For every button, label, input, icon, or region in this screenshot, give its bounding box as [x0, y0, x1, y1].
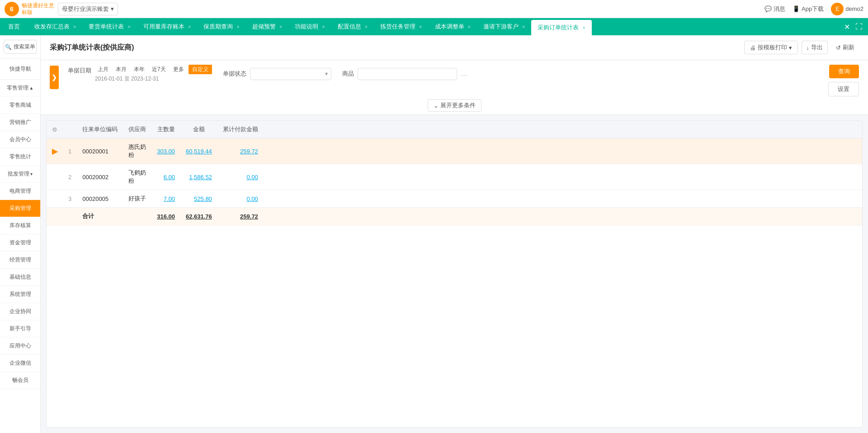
- row-index: 3: [63, 190, 77, 208]
- sidebar-item-system[interactable]: 系统管理: [0, 286, 40, 303]
- row-quantity[interactable]: 6.00: [151, 164, 180, 190]
- close-icon[interactable]: ×: [419, 24, 422, 29]
- printer-icon: 🖨: [750, 44, 756, 51]
- date-range-display: 2016-01-01 至 2023-12-31: [95, 75, 212, 83]
- shortcut-more[interactable]: 更多: [170, 65, 187, 74]
- tab-warranty-query[interactable]: 保质期查询 ×: [197, 18, 245, 35]
- sidebar-item-enterprise-wechat[interactable]: 企业微信: [0, 355, 40, 372]
- sidebar-item-retail-store[interactable]: 零售商城: [0, 97, 40, 114]
- sidebar-item-purchase-management[interactable]: 采购管理: [0, 200, 40, 217]
- tab-overstock-warning[interactable]: 超储预警 ×: [246, 18, 288, 35]
- close-icon[interactable]: ×: [365, 24, 368, 29]
- sidebar-item-marketing[interactable]: 营销推广: [0, 114, 40, 131]
- tab-order-summary[interactable]: 要货单统计表 ×: [82, 18, 137, 35]
- col-amount: 金额: [180, 121, 217, 138]
- export-icon: ↓: [807, 44, 810, 51]
- custom-date-badge[interactable]: 自定义: [189, 65, 212, 74]
- footer-quantity: 316.00: [151, 208, 180, 225]
- sidebar-item-vip-member[interactable]: 畅会员: [0, 372, 40, 389]
- close-icon[interactable]: ×: [73, 24, 76, 29]
- date-filter: 单据日期 上月 本月 本年 近7天 更多 自定义 20: [68, 65, 212, 83]
- filter-collapse-toggle[interactable]: ❯: [50, 66, 59, 89]
- tab-cost-adjust[interactable]: 成本调整单 ×: [429, 18, 477, 35]
- print-button[interactable]: 🖨 按模板打印 ▾: [744, 41, 798, 54]
- row-amount[interactable]: 60,519.44: [180, 138, 217, 164]
- row-supplier-code: 00020001: [77, 138, 123, 164]
- search-icon: 🔍: [5, 44, 12, 50]
- row-expand[interactable]: [47, 190, 63, 208]
- close-icon[interactable]: ×: [188, 24, 191, 29]
- sidebar-item-operations[interactable]: 经营管理: [0, 252, 40, 269]
- close-icon[interactable]: ×: [322, 24, 325, 29]
- goods-input[interactable]: [358, 68, 457, 80]
- close-icon[interactable]: ×: [236, 24, 239, 29]
- sidebar-item-basic-info[interactable]: 基础信息: [0, 269, 40, 286]
- row-expand[interactable]: ▶: [47, 138, 63, 164]
- sidebar-item-ecommerce[interactable]: 电商管理: [0, 183, 40, 200]
- shortcut-last-month[interactable]: 上月: [95, 65, 111, 74]
- refresh-icon: ↺: [836, 44, 841, 51]
- filter-settings-button[interactable]: 设置: [828, 82, 859, 96]
- shortcut-this-month[interactable]: 本月: [113, 65, 129, 74]
- row-quantity[interactable]: 7.00: [151, 190, 180, 208]
- search-menu-button[interactable]: 🔍 搜索菜单: [4, 40, 37, 54]
- settings-icon[interactable]: ⚙: [52, 126, 57, 133]
- status-label: 单据状态: [223, 70, 246, 78]
- tab-purchase-order-summary[interactable]: 采购订单统计表 ×: [531, 20, 591, 35]
- tab-invite-downstream[interactable]: 邀请下游客户 ×: [477, 18, 531, 35]
- user-avatar[interactable]: E demo2: [831, 3, 863, 15]
- expand-more-button[interactable]: ⌄ 展开更多条件: [428, 99, 481, 112]
- maximize-icon[interactable]: ⛶: [854, 22, 864, 32]
- close-all-tabs-icon[interactable]: ✕: [842, 22, 852, 32]
- col-supplier-code: 往来单位编码: [77, 121, 123, 138]
- row-amount[interactable]: 525.80: [180, 190, 217, 208]
- tab-home[interactable]: 首页: [0, 18, 28, 35]
- refresh-button[interactable]: ↺ 刷新: [831, 41, 859, 54]
- goods-more-icon[interactable]: …: [461, 70, 468, 78]
- sidebar-item-inventory[interactable]: 库存核算: [0, 217, 40, 234]
- row-paid-amount[interactable]: 0.00: [217, 164, 264, 190]
- query-button[interactable]: 查询: [829, 65, 859, 78]
- col-extra: [264, 121, 862, 138]
- sidebar-item-wholesale[interactable]: 批发管理 ▾: [0, 166, 40, 183]
- sidebar-item-enterprise-collab[interactable]: 企业协同: [0, 303, 40, 320]
- row-paid-amount[interactable]: 0.00: [217, 190, 264, 208]
- sidebar-item-member-center[interactable]: 会员中心: [0, 131, 40, 148]
- shortcut-this-year[interactable]: 本年: [131, 65, 147, 74]
- close-icon[interactable]: ×: [127, 24, 130, 29]
- workspace-selector[interactable]: 母婴行业演示账套 ▾: [58, 3, 118, 15]
- sidebar-item-new-guide[interactable]: 新手引导: [0, 320, 40, 338]
- table-row[interactable]: 3 00020005 好孩子 7.00 525.80 0.00: [47, 190, 862, 208]
- status-filter: 单据状态: [223, 68, 331, 80]
- quick-nav-button[interactable]: 快捷导航: [0, 62, 40, 76]
- status-select[interactable]: [250, 68, 331, 80]
- table-row[interactable]: 2 00020002 飞鹤奶粉 6.00 1,586.52 0.00: [47, 164, 862, 190]
- sidebar-item-app-center[interactable]: 应用中心: [0, 338, 40, 355]
- tab-available-stock[interactable]: 可用量库存账本 ×: [137, 18, 197, 35]
- message-button[interactable]: 💬 消息: [764, 5, 785, 13]
- sidebar-item-retail-management[interactable]: 零售管理 ▲: [0, 80, 40, 97]
- sidebar-item-finance[interactable]: 资金管理: [0, 234, 40, 252]
- tab-config-info[interactable]: 配置信息 ×: [331, 18, 374, 35]
- close-icon[interactable]: ×: [279, 24, 282, 29]
- row-quantity[interactable]: 303.00: [151, 138, 180, 164]
- row-amount[interactable]: 1,586.52: [180, 164, 217, 190]
- close-icon[interactable]: ×: [522, 24, 525, 29]
- tab-receive-summary[interactable]: 收发存汇总表 ×: [28, 18, 82, 35]
- app-download-button[interactable]: 📱 App下载: [793, 5, 824, 13]
- col-index: [63, 121, 77, 138]
- table-row[interactable]: ▶ 1 00020001 惠氏奶粉 303.00 60,519.44 259.7…: [47, 138, 862, 164]
- close-icon[interactable]: ×: [468, 24, 471, 29]
- row-expand[interactable]: [47, 164, 63, 190]
- export-button[interactable]: ↓ 导出: [802, 41, 828, 54]
- chevron-down-icon: ⌄: [434, 102, 439, 109]
- row-paid-amount[interactable]: 259.72: [217, 138, 264, 164]
- col-paid-amount: 累计付款金额: [217, 121, 264, 138]
- tab-pick-task[interactable]: 拣货任务管理 ×: [374, 18, 428, 35]
- table-header-row: ⚙ 往来单位编码 供应商 主数量 金额 累计付款金额: [47, 121, 862, 138]
- shortcut-7days[interactable]: 近7天: [149, 65, 169, 74]
- expand-more-area: ⌄ 展开更多条件: [50, 96, 859, 114]
- tab-function-desc[interactable]: 功能说明 ×: [288, 18, 331, 35]
- sidebar-item-retail-stats[interactable]: 零售统计: [0, 148, 40, 166]
- close-icon[interactable]: ×: [582, 25, 585, 30]
